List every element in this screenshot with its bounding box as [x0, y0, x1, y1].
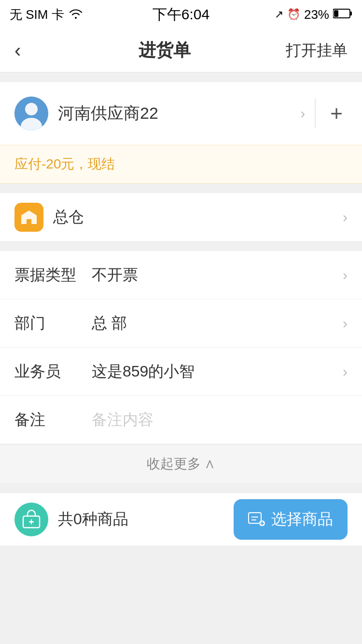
remark-row[interactable]: 备注 备注内容 — [0, 396, 362, 444]
status-right: ↗ ⏰ 23% — [275, 7, 352, 22]
divider-vertical — [315, 99, 316, 128]
add-supplier-button[interactable]: + — [325, 101, 348, 126]
supplier-section: 河南供应商22 › + 应付-20元，现结 — [0, 82, 362, 183]
gray-fill — [0, 546, 362, 644]
status-time: 下午6:04 — [153, 5, 209, 25]
department-value: 总 部 — [92, 313, 343, 334]
divider-4 — [0, 483, 362, 492]
bottom-bar: 共0种商品 选择商品 — [0, 492, 362, 546]
svg-rect-6 — [27, 219, 31, 224]
supplier-chevron-icon: › — [300, 105, 305, 122]
collapse-label: 收起更多 ∧ — [147, 455, 216, 473]
salesperson-value: 这是859的小智 — [92, 361, 343, 382]
svg-rect-2 — [334, 10, 338, 17]
ticket-type-value: 不开票 — [92, 265, 343, 286]
warehouse-icon — [14, 203, 43, 232]
notice-text: 应付-20元，现结 — [14, 156, 115, 171]
form-section: 票据类型 不开票 › 部门 总 部 › 业务员 这是859的小智 › 备注 备注… — [0, 251, 362, 483]
notice-banner: 应付-20元，现结 — [0, 145, 362, 183]
status-bar: 无 SIM 卡 下午6:04 ↗ ⏰ 23% — [0, 0, 362, 29]
department-row[interactable]: 部门 总 部 › — [0, 299, 362, 348]
divider-3 — [0, 241, 362, 251]
collapse-button[interactable]: 收起更多 ∧ — [0, 444, 362, 483]
salesperson-row[interactable]: 业务员 这是859的小智 › — [0, 348, 362, 396]
warehouse-name: 总仓 — [53, 207, 343, 228]
svg-rect-10 — [249, 513, 261, 523]
supplier-row[interactable]: 河南供应商22 › + — [0, 82, 362, 145]
back-button[interactable]: ‹ — [14, 40, 43, 61]
supplier-avatar — [14, 97, 48, 130]
warehouse-chevron-icon: › — [343, 209, 348, 225]
warehouse-row[interactable]: 总仓 › — [0, 193, 362, 241]
product-count-label: 共0种商品 — [58, 509, 224, 530]
salesperson-label: 业务员 — [14, 361, 92, 382]
remark-placeholder: 备注内容 — [92, 409, 348, 431]
divider-1 — [0, 72, 362, 82]
svg-point-4 — [25, 103, 38, 115]
department-label: 部门 — [14, 313, 92, 334]
battery-label: 23% — [304, 7, 329, 22]
wifi-icon — [69, 7, 83, 22]
alarm-icon: ⏰ — [287, 8, 300, 21]
product-icon — [14, 503, 48, 536]
select-product-button[interactable]: 选择商品 — [234, 499, 348, 540]
divider-2 — [0, 183, 362, 193]
warehouse-section: 总仓 › — [0, 193, 362, 241]
battery-icon — [333, 7, 352, 22]
ticket-type-label: 票据类型 — [14, 265, 92, 286]
page-title: 进货单 — [139, 39, 191, 62]
open-pending-button[interactable]: 打开挂单 — [286, 40, 348, 61]
svg-rect-1 — [350, 12, 352, 15]
salesperson-chevron-icon: › — [343, 364, 348, 380]
select-product-label: 选择商品 — [271, 509, 333, 530]
supplier-name: 河南供应商22 — [58, 102, 300, 125]
remark-label: 备注 — [14, 409, 92, 431]
nav-bar: ‹ 进货单 打开挂单 — [0, 29, 362, 72]
ticket-type-row[interactable]: 票据类型 不开票 › — [0, 251, 362, 299]
carrier-label: 无 SIM 卡 — [10, 6, 64, 23]
department-chevron-icon: › — [343, 315, 348, 332]
status-left: 无 SIM 卡 — [10, 6, 83, 23]
ticket-type-chevron-icon: › — [343, 267, 348, 283]
location-icon: ↗ — [275, 8, 283, 21]
